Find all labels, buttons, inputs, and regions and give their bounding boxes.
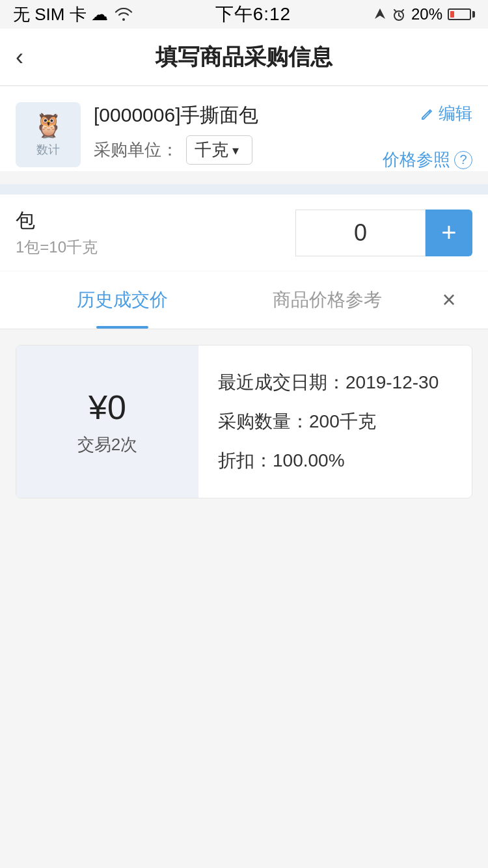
unit-label: 采购单位： [94, 139, 178, 161]
purchase-qty-label: 采购数量： [218, 411, 309, 431]
tab-bar: 历史成交价 商品价格参考 × [0, 271, 488, 329]
location-icon [373, 7, 386, 21]
recent-date-row: 最近成交日期：2019-12-30 [218, 369, 452, 396]
product-thumb-text: 数计 [36, 142, 60, 157]
recent-date-label: 最近成交日期： [218, 372, 346, 392]
product-thumb-icon: 🦉 [34, 112, 63, 139]
quantity-input-area: 0 + [295, 210, 472, 256]
quantity-label-area: 包 1包=10千克 [16, 208, 98, 258]
product-right: 编辑 价格参照 ? [383, 102, 472, 171]
discount-value: 100.00% [273, 450, 345, 470]
battery-percent: 20% [411, 5, 442, 23]
purchase-qty-row: 采购数量：200千克 [218, 408, 452, 435]
sim-label: 无 SIM 卡 ☁ [13, 3, 108, 26]
alarm-icon [392, 7, 406, 21]
product-section: 🦉 数计 [0000006]手撕面包 采购单位： 千克 ▾ [0, 87, 488, 171]
price-card-right: 最近成交日期：2019-12-30 采购数量：200千克 折扣：100.00% [198, 346, 472, 498]
product-info: [0000006]手撕面包 采购单位： 千克 ▾ [94, 102, 258, 165]
nav-bar: ‹ 填写商品采购信息 [0, 29, 488, 86]
wifi-icon [115, 8, 133, 21]
discount-label: 折扣： [218, 450, 273, 470]
currency-symbol: ¥ [88, 388, 107, 426]
battery-icon [448, 8, 475, 20]
tab-history-label: 历史成交价 [77, 288, 168, 312]
edit-button[interactable]: 编辑 [420, 102, 472, 125]
page-title: 填写商品采购信息 [156, 42, 332, 72]
product-name: [0000006]手撕面包 [94, 102, 258, 129]
price-card-section: ¥0 交易2次 最近成交日期：2019-12-30 采购数量：200千克 折扣：… [0, 329, 488, 514]
price-card: ¥0 交易2次 最近成交日期：2019-12-30 采购数量：200千克 折扣：… [16, 345, 472, 498]
product-left: 🦉 数计 [0000006]手撕面包 采购单位： 千克 ▾ [16, 102, 258, 167]
status-left: 无 SIM 卡 ☁ [13, 3, 133, 26]
product-thumbnail: 🦉 数计 [16, 102, 81, 167]
discount-row: 折扣：100.00% [218, 447, 452, 474]
price-ref-button[interactable]: 价格参照 ? [383, 148, 472, 171]
quantity-input[interactable]: 0 [295, 210, 426, 256]
close-button[interactable]: × [429, 280, 468, 319]
price-amount: ¥0 [88, 388, 126, 427]
tab-active-indicator [96, 326, 148, 329]
unit-select[interactable]: 千克 ▾ [186, 135, 252, 165]
quantity-plus-button[interactable]: + [426, 210, 472, 256]
product-header: 🦉 数计 [0000006]手撕面包 采购单位： 千克 ▾ [16, 102, 472, 171]
recent-date-value: 2019-12-30 [346, 372, 439, 392]
tab-price-ref[interactable]: 商品价格参考 [224, 271, 429, 329]
chevron-down-icon: ▾ [232, 142, 239, 158]
section-divider [0, 184, 488, 195]
quantity-unit-label: 包 [16, 208, 98, 234]
status-right: 20% [373, 5, 475, 23]
content-area: ¥0 交易2次 最近成交日期：2019-12-30 采购数量：200千克 折扣：… [0, 329, 488, 720]
product-unit-row: 采购单位： 千克 ▾ [94, 135, 258, 165]
transactions-label: 交易2次 [77, 433, 137, 456]
price-card-left: ¥0 交易2次 [16, 346, 198, 498]
quantity-section: 包 1包=10千克 0 + [0, 195, 488, 271]
unit-select-text: 千克 [195, 139, 228, 161]
price-value: 0 [107, 388, 126, 426]
quantity-conversion: 1包=10千克 [16, 237, 98, 258]
edit-icon [420, 107, 435, 121]
tab-history-price[interactable]: 历史成交价 [20, 271, 224, 329]
status-time: 下午6:12 [215, 2, 291, 27]
back-button[interactable]: ‹ [16, 44, 23, 71]
tab-price-ref-label: 商品价格参考 [273, 288, 382, 312]
status-bar: 无 SIM 卡 ☁ 下午6:12 20% [0, 0, 488, 29]
purchase-qty-value: 200千克 [309, 411, 376, 431]
help-icon: ? [454, 151, 472, 169]
